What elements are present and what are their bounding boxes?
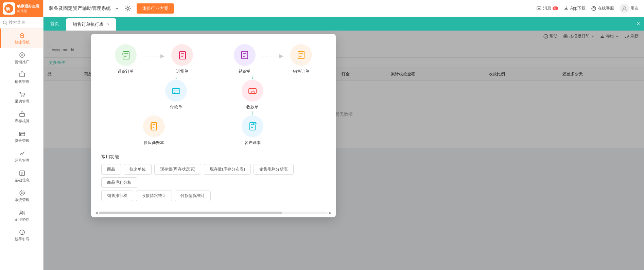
svg-text:¥收: ¥收 bbox=[250, 90, 255, 93]
sidebar-item-system[interactable]: 系统管理 bbox=[0, 186, 43, 206]
flow-node-sales-order[interactable]: 销售订单 bbox=[290, 44, 312, 74]
finance-icon bbox=[19, 130, 25, 137]
enterprise-icon bbox=[19, 209, 25, 216]
receipt-icon: ¥收 bbox=[242, 80, 263, 102]
svg-rect-33 bbox=[172, 90, 180, 91]
message-btn[interactable]: 消息 6 bbox=[536, 5, 558, 11]
common-btn-payment-stats[interactable]: 付款情况统计 bbox=[175, 191, 211, 201]
common-btn-sales-profit[interactable]: 销售毛利分析表 bbox=[254, 164, 294, 175]
operation-icon bbox=[19, 150, 25, 157]
sidebar-item-enterprise[interactable]: 企业协同 bbox=[0, 206, 43, 226]
payment-label: 付款单 bbox=[170, 104, 182, 110]
online-service-btn[interactable]: 在线客服 bbox=[591, 5, 614, 11]
sales-bill-icon bbox=[234, 44, 256, 66]
app-download-btn[interactable]: App下载 bbox=[563, 5, 586, 11]
svg-rect-21 bbox=[564, 10, 568, 10]
sidebar-item-label: 采购管理 bbox=[15, 99, 30, 104]
svg-rect-30 bbox=[123, 52, 129, 59]
common-btn-product[interactable]: 商品 bbox=[101, 164, 121, 175]
purchase-order-label: 进货订单 bbox=[118, 69, 134, 74]
sidebar-search[interactable]: 搜索菜单 bbox=[0, 17, 43, 29]
sidebar-item-sales[interactable]: 销售管理 bbox=[0, 68, 43, 88]
sidebar-item-operation[interactable]: 经营管理 bbox=[0, 147, 43, 166]
sidebar-nav: 快捷导航 营销推广 销售管理 bbox=[0, 29, 43, 270]
common-btn-sales-rank[interactable]: 销售排行榜 bbox=[101, 191, 133, 201]
svg-rect-31 bbox=[179, 52, 186, 59]
sidebar-item-inventory[interactable]: 库存核算 bbox=[0, 107, 43, 127]
sidebar: 畅 畅康通好生意 标准版 搜索菜单 快捷导航 bbox=[0, 0, 43, 270]
flow-node-purchase-bill[interactable]: 进货单 bbox=[171, 44, 193, 74]
message-icon bbox=[536, 6, 542, 11]
common-btn-receipt-stats[interactable]: 收款情况统计 bbox=[136, 191, 172, 201]
settings-icon[interactable] bbox=[123, 4, 133, 13]
sidebar-item-label: 营销推广 bbox=[15, 59, 30, 65]
home-icon bbox=[19, 32, 25, 39]
sidebar-item-label: 库存核算 bbox=[15, 119, 30, 124]
scroll-left-icon[interactable]: ◀ bbox=[95, 211, 98, 215]
sidebar-item-marketing[interactable]: 营销推广 bbox=[0, 48, 43, 68]
main-content: 装备及固定资产辅助管理系统 体验行业方案 消息 6 bbox=[43, 0, 644, 270]
system-title: 装备及固定资产辅助管理系统 bbox=[49, 5, 111, 12]
svg-rect-4 bbox=[21, 35, 23, 38]
svg-point-23 bbox=[623, 6, 626, 9]
flow-node-sales-bill[interactable]: 销货单 bbox=[234, 44, 256, 74]
topbar-right: 消息 6 App下载 在线客服 bbox=[536, 4, 639, 13]
sidebar-item-guide[interactable]: ? 新手引导 bbox=[0, 226, 43, 245]
sidebar-item-label: 快捷导航 bbox=[15, 40, 30, 45]
chevron-down-icon bbox=[115, 6, 119, 11]
flow-node-supplier-ledger[interactable]: 供应商账本 bbox=[143, 115, 165, 146]
svg-point-5 bbox=[20, 53, 24, 57]
payment-icon: ¥ bbox=[165, 80, 187, 102]
svg-point-14 bbox=[20, 191, 24, 195]
tab-home[interactable]: 首页 bbox=[43, 17, 66, 31]
flow-node-customer-ledger[interactable]: 客户账本 bbox=[242, 115, 263, 146]
customer-ledger-icon bbox=[242, 115, 263, 137]
common-btn-product-profit[interactable]: 商品毛利分析 bbox=[101, 177, 137, 188]
svg-point-11 bbox=[20, 134, 21, 136]
svg-rect-6 bbox=[20, 73, 24, 77]
content-area: ? 帮助 按模板打印 导出 刷新 bbox=[43, 31, 644, 270]
svg-rect-9 bbox=[20, 113, 24, 116]
purchase-bill-label: 进货单 bbox=[176, 69, 188, 74]
sidebar-item-finance[interactable]: 资金管理 bbox=[0, 127, 43, 147]
avatar bbox=[620, 4, 629, 13]
popup-overlay[interactable]: 进货订单 ▶ bbox=[43, 31, 644, 270]
flow-node-receipt[interactable]: ¥收 收款单 bbox=[242, 80, 263, 110]
svg-text:畅: 畅 bbox=[6, 6, 10, 11]
search-icon bbox=[3, 20, 7, 25]
sales-icon bbox=[19, 71, 25, 78]
sidebar-item-label: 经营管理 bbox=[15, 158, 30, 163]
svg-point-13 bbox=[21, 192, 23, 194]
svg-point-43 bbox=[254, 122, 256, 125]
tab-sales-order-exec[interactable]: 销售订单执行表 × bbox=[66, 18, 116, 31]
sidebar-item-purchase[interactable]: 采购管理 bbox=[0, 88, 43, 107]
common-btn-contacts[interactable]: 往来单位 bbox=[124, 164, 152, 175]
customer-ledger-label: 客户账本 bbox=[244, 140, 261, 146]
sidebar-item-basic-info[interactable]: 基础信息 bbox=[0, 166, 43, 186]
flow-node-purchase-order[interactable]: 进货订单 bbox=[115, 44, 137, 74]
popup-scrollbar[interactable]: ◀ ▶ bbox=[91, 208, 336, 217]
system-dropdown[interactable] bbox=[115, 6, 119, 11]
scrollbar-thumb[interactable] bbox=[99, 212, 282, 214]
close-all-tabs-btn[interactable]: × bbox=[637, 21, 640, 27]
trial-btn[interactable]: 体验行业方案 bbox=[137, 3, 174, 14]
sidebar-item-quick-nav[interactable]: 快捷导航 bbox=[0, 29, 43, 48]
sidebar-item-label: 新手引导 bbox=[15, 237, 30, 242]
common-btn-stock-status[interactable]: 现存量(库存状况表) bbox=[154, 164, 201, 175]
common-btn-stock-dist[interactable]: 现存量(库存分布表) bbox=[204, 164, 251, 175]
sidebar-item-label: 系统管理 bbox=[15, 197, 30, 202]
svg-point-16 bbox=[23, 211, 24, 213]
service-icon bbox=[591, 6, 596, 11]
scrollbar-track[interactable] bbox=[99, 212, 328, 214]
logo-text: 畅康通好生意 标准版 bbox=[17, 4, 39, 13]
user-menu[interactable]: 用友 bbox=[620, 4, 639, 13]
logo-icon: 畅 bbox=[3, 2, 15, 15]
flow-node-payment[interactable]: ¥ 付款单 bbox=[165, 80, 187, 110]
sales-bill-label: 销货单 bbox=[239, 69, 251, 74]
common-functions-section: 常用功能 商品 往来单位 现存量(库存状况表) 现存量(库存分布表) 销售毛利分… bbox=[101, 154, 326, 201]
inventory-icon bbox=[19, 111, 25, 118]
svg-text:?: ? bbox=[21, 231, 23, 234]
scroll-right-icon[interactable]: ▶ bbox=[329, 211, 332, 215]
supplier-ledger-label: 供应商账本 bbox=[144, 140, 164, 146]
tab-close-icon[interactable]: × bbox=[107, 22, 109, 27]
